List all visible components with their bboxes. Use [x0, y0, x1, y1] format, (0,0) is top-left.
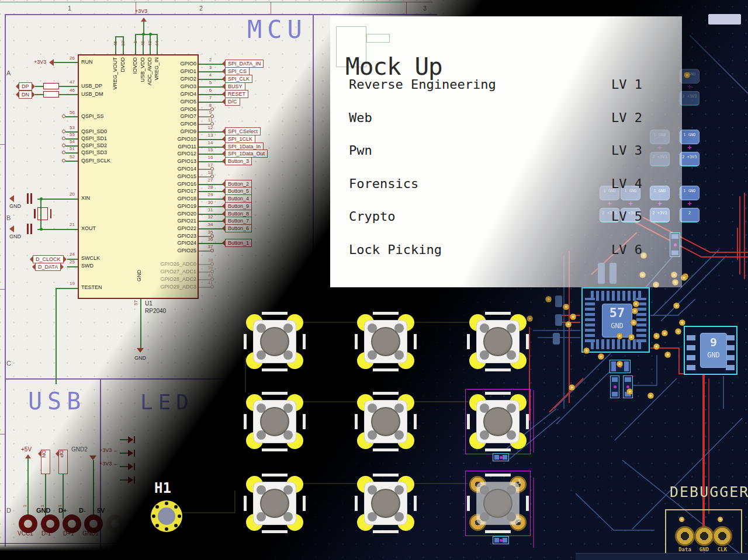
- smd-part: [493, 453, 509, 461]
- tactile-button: [358, 394, 414, 450]
- smd-part: [493, 536, 509, 544]
- card-list-item: Lock Picking LV 6: [349, 242, 653, 256]
- category-level: LV 3: [611, 143, 642, 158]
- category-level: LV 1: [611, 77, 642, 92]
- category-level: LV 4: [611, 176, 642, 191]
- tactile-button: [247, 394, 303, 450]
- card-list-item: Forensics LV 4: [349, 176, 653, 190]
- mockup-card: Mock Up Reverse Engineering LV 1 Web LV …: [330, 16, 682, 287]
- button-plunger: [371, 407, 400, 436]
- button-plunger: [260, 407, 289, 436]
- button-plunger: [483, 489, 512, 518]
- hardware-badge-collage: 123 ABCD MCU USB LED 57 GND U1 RP2040 +3…: [0, 0, 748, 560]
- card-list-item: Crypto LV 5: [349, 209, 653, 223]
- button-plunger: [260, 327, 289, 356]
- ghost-sheet-outline: [366, 34, 390, 43]
- tactile-button: [358, 314, 414, 370]
- category-name: Web: [349, 110, 372, 125]
- card-title: Mock Up: [345, 53, 442, 81]
- button-plunger: [371, 327, 400, 356]
- category-name: Lock Picking: [349, 242, 442, 257]
- category-name: Crypto: [349, 209, 395, 224]
- tactile-button: [247, 475, 303, 531]
- h1-label: H1: [154, 480, 171, 496]
- category-level: LV 2: [611, 110, 642, 125]
- tactile-button: [247, 314, 303, 370]
- button-plunger: [371, 489, 400, 518]
- tactile-button: 1 2: [470, 475, 526, 531]
- scrollbar-thumb[interactable]: [708, 14, 741, 25]
- category-level: LV 6: [611, 242, 642, 257]
- category-name: Pwn: [349, 143, 372, 158]
- card-list-item: Pwn LV 3: [349, 143, 653, 157]
- card-list-item: Web LV 2: [349, 110, 653, 124]
- tactile-button: [358, 475, 414, 531]
- category-name: Forensics: [349, 176, 418, 191]
- category-name: Reverse Engineering: [349, 77, 496, 92]
- button-plunger: [483, 327, 512, 356]
- tactile-button: [470, 314, 526, 370]
- category-level: LV 5: [611, 209, 642, 224]
- card-list-item: Reverse Engineering LV 1: [349, 77, 653, 91]
- tactile-button: [470, 394, 526, 450]
- mounting-hole-h1: [151, 500, 182, 532]
- button-plunger: [260, 489, 289, 518]
- button-plunger: [483, 407, 512, 436]
